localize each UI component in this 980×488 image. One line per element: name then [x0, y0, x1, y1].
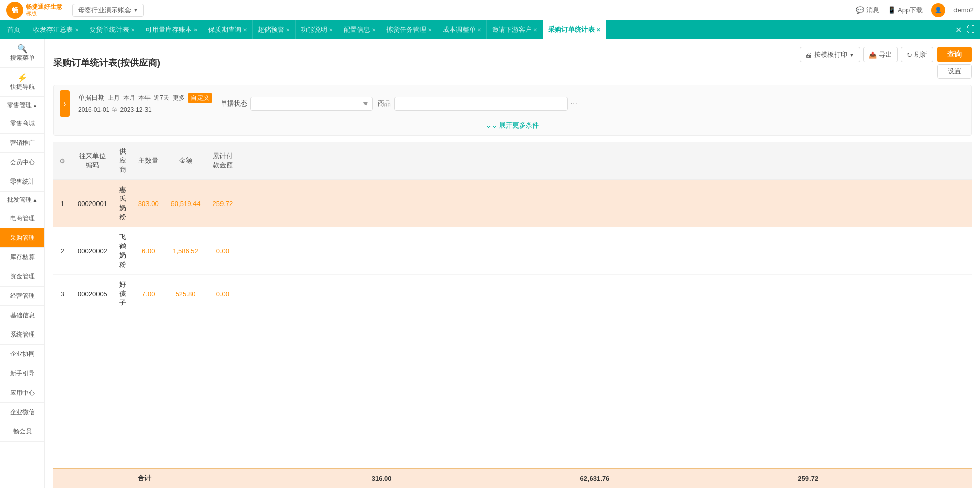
tab-close-icon[interactable]: ✕ [372, 27, 376, 33]
tab-close-icon[interactable]: ✕ [75, 27, 79, 33]
nav-minimize-icon[interactable]: ✕ [955, 25, 962, 35]
date-shortcut-7days[interactable]: 近7天 [154, 94, 169, 102]
expand-down-icon: ⌄⌄ [486, 122, 497, 130]
chevron-icon: ▲ [33, 197, 38, 203]
sidebar-item-retail-stat[interactable]: 零售统计 [0, 172, 44, 192]
tab-pei-zhi[interactable]: 配置信息 ✕ [338, 20, 381, 39]
tab-close-icon[interactable]: ✕ [131, 27, 135, 33]
sidebar-item-search[interactable]: 🔍 搜索菜单 [0, 39, 44, 68]
tab-bao-zhi[interactable]: 保质期查询 ✕ [203, 20, 253, 39]
gear-icon[interactable]: ⚙ [59, 157, 65, 165]
top-bar: 畅 畅捷通好生意 标版 母婴行业演示账套 ▼ 💬 消息 📱 App下载 👤 de… [0, 0, 980, 20]
page-title: 采购订单统计表(按供应商) [53, 57, 160, 69]
tab-cai-gou-active[interactable]: 采购订单统计表 ✕ [543, 20, 606, 39]
app-download-button[interactable]: 📱 App下载 [888, 6, 923, 15]
table-row[interactable]: 2 00020002 飞鹤奶粉 6.00 1,586.52 0.00 [53, 227, 972, 275]
th-amount: 金额 [165, 142, 207, 180]
th-unit-code: 往来单位编码 [71, 142, 113, 180]
sidebar-item-retail-mgmt[interactable]: 零售管理 ▲ [0, 97, 44, 114]
goods-label: 商品 [378, 99, 391, 108]
goods-input[interactable] [394, 97, 568, 111]
settings-button[interactable]: 设置 [937, 64, 972, 79]
tab-yao-qing[interactable]: 邀请下游客户 ✕ [487, 20, 543, 39]
date-shortcut-this-year[interactable]: 本年 [138, 94, 151, 102]
th-gear: ⚙ [53, 142, 71, 180]
chevron-down-icon: ▼ [133, 7, 138, 13]
date-shortcut-more[interactable]: 更多 [173, 94, 185, 102]
tab-close-icon[interactable]: ✕ [286, 27, 290, 33]
total-amount: 62,631.76 [475, 469, 715, 488]
sidebar-item-wechat[interactable]: 企业微信 [0, 403, 44, 422]
chevron-icon: ▲ [33, 102, 38, 108]
username-label: demo2 [953, 6, 974, 14]
tab-yao-huo[interactable]: 要货单统计表 ✕ [84, 20, 140, 39]
refresh-icon: ↻ [906, 51, 912, 59]
message-icon: 💬 [856, 6, 864, 14]
table-row[interactable]: 1 00020001 惠氏奶粉 303.00 60,519.44 259.72 [53, 180, 972, 227]
biaoji-text: 标版 [26, 10, 62, 17]
sidebar-item-retail-mall[interactable]: 零售商城 [0, 114, 44, 134]
sidebar-item-member[interactable]: 会员中心 [0, 153, 44, 172]
tab-gong-neng[interactable]: 功能说明 ✕ [296, 20, 338, 39]
sidebar-item-quick-nav[interactable]: ⚡ 快捷导航 [0, 68, 44, 97]
sidebar-item-newbie[interactable]: 新手引导 [0, 364, 44, 383]
data-table: ⚙ 往来单位编码 供应商 主数量 金额 累计付款金额 1 00020001 [53, 142, 972, 313]
status-label: 单据状态 [220, 99, 247, 108]
export-button[interactable]: 📤 导出 [863, 47, 898, 62]
tab-close-icon[interactable]: ✕ [243, 27, 247, 33]
sidebar: 🔍 搜索菜单 ⚡ 快捷导航 零售管理 ▲ 零售商城 营销推广 会员中心 零售统计… [0, 39, 45, 488]
tab-shou-fa-cun[interactable]: 收发存汇总表 ✕ [28, 20, 84, 39]
th-supplier: 供应商 [113, 142, 132, 180]
tab-close-icon[interactable]: ✕ [596, 27, 600, 33]
download-icon: 📱 [888, 6, 896, 14]
content-area: 采购订单统计表(按供应商) 🖨 按模板打印 ▼ 📤 导出 [45, 39, 980, 488]
table-row[interactable]: 3 00020005 好孩子 7.00 525.80 0.00 [53, 275, 972, 313]
tab-close-icon[interactable]: ✕ [477, 27, 481, 33]
tab-ke-yong[interactable]: 可用量库存账本 ✕ [140, 20, 203, 39]
tab-close-icon[interactable]: ✕ [533, 27, 537, 33]
filter-expand-button[interactable]: › [60, 90, 70, 117]
print-button[interactable]: 🖨 按模板打印 ▼ [800, 47, 860, 62]
expand-more-button[interactable]: ⌄⌄ 展开更多条件 [486, 121, 539, 130]
date-shortcut-this-month[interactable]: 本月 [123, 94, 135, 102]
message-button[interactable]: 💬 消息 [856, 6, 879, 15]
sidebar-item-inventory[interactable]: 库存核算 [0, 248, 44, 267]
sidebar-item-basic-info[interactable]: 基础信息 [0, 306, 44, 325]
query-button[interactable]: 查询 [937, 47, 972, 62]
tab-close-icon[interactable]: ✕ [329, 27, 333, 33]
chevron-down-icon: ▼ [849, 52, 854, 58]
sidebar-item-marketing[interactable]: 营销推广 [0, 134, 44, 153]
sidebar-item-app-center[interactable]: 应用中心 [0, 383, 44, 403]
tab-jian-huo[interactable]: 拣货任务管理 ✕ [381, 20, 437, 39]
table-container: ⚙ 往来单位编码 供应商 主数量 金额 累计付款金额 1 00020001 [53, 142, 972, 313]
goods-more-icon[interactable]: ··· [571, 99, 577, 108]
user-avatar[interactable]: 👤 [931, 3, 945, 17]
sidebar-item-purchase[interactable]: 采购管理 [0, 228, 44, 248]
logo-icon: 畅 [6, 2, 23, 19]
th-quantity: 主数量 [132, 142, 165, 180]
th-extra [239, 142, 972, 180]
sidebar-item-ecommerce[interactable]: 电商管理 [0, 209, 44, 228]
logo-text: 畅捷通好生意 [26, 3, 62, 10]
sidebar-item-collab[interactable]: 企业协同 [0, 345, 44, 364]
nav-expand-icon[interactable]: ⛶ [967, 25, 975, 34]
warehouse-selector[interactable]: 母婴行业演示账套 ▼ [72, 4, 144, 17]
filter-bar: › 单据日期 上月 本月 本年 近7天 更多 自定义 2016-01-01 至 [53, 85, 972, 136]
date-shortcut-last-month[interactable]: 上月 [108, 94, 120, 102]
export-icon: 📤 [869, 51, 877, 59]
tab-close-icon[interactable]: ✕ [428, 27, 432, 33]
status-select[interactable] [250, 97, 373, 111]
sidebar-item-vip[interactable]: 畅会员 [0, 422, 44, 442]
sidebar-item-operations[interactable]: 经营管理 [0, 287, 44, 306]
total-label: 合计 [71, 469, 218, 488]
tab-cheng-ben[interactable]: 成本调整单 ✕ [437, 20, 487, 39]
refresh-button[interactable]: ↻ 刷新 [901, 47, 933, 62]
sidebar-item-finance[interactable]: 资金管理 [0, 267, 44, 287]
sidebar-item-wholesale[interactable]: 批发管理 ▲ [0, 192, 44, 209]
date-to-value: 2023-12-31 [120, 106, 151, 113]
tab-home[interactable]: 首页 [0, 20, 28, 39]
th-paid-amount: 累计付款金额 [206, 142, 239, 180]
sidebar-item-system[interactable]: 系统管理 [0, 325, 44, 345]
tab-chao-chu[interactable]: 超储预警 ✕ [253, 20, 296, 39]
tab-close-icon[interactable]: ✕ [193, 27, 198, 33]
